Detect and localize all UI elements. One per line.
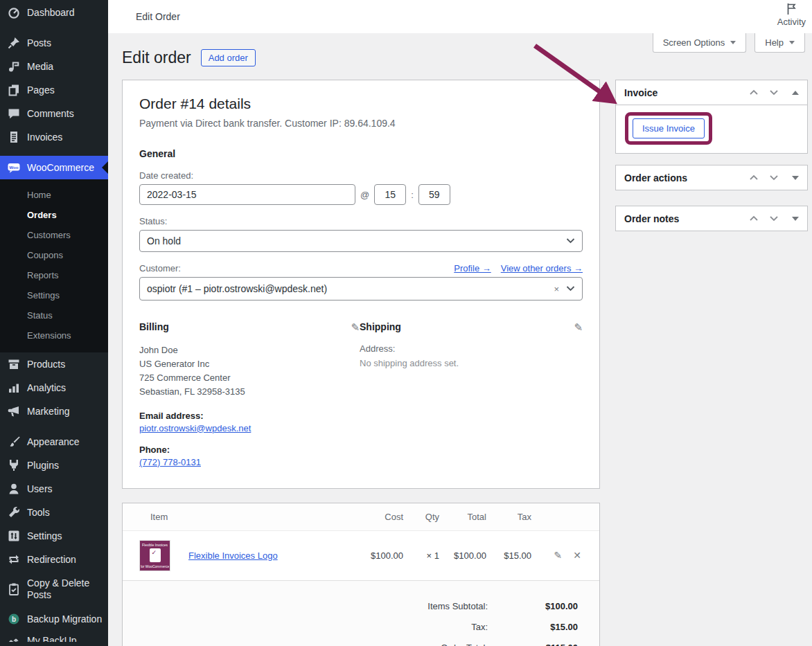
screen-options-tab[interactable]: Screen Options <box>653 33 747 53</box>
screen-meta-tabs: Screen Options Help <box>653 33 805 53</box>
invoice-postbox-body: Issue Invoice <box>616 105 807 153</box>
issue-invoice-button[interactable]: Issue Invoice <box>633 118 705 138</box>
add-order-button[interactable]: Add order <box>201 49 256 66</box>
activity-button[interactable]: Activity <box>777 2 806 27</box>
sidebar-item-users[interactable]: Users <box>0 477 108 501</box>
delete-item-icon[interactable]: ✕ <box>573 550 581 561</box>
order-items-panel: Item Cost Qty Total Tax Flexible Invoice… <box>122 503 600 646</box>
date-created-input[interactable] <box>139 184 355 205</box>
collapse-toggle-icon[interactable] <box>792 91 799 95</box>
media-icon <box>7 60 21 73</box>
product-thumbnail[interactable]: Flexible Invoices for WooCommerce <box>139 540 170 571</box>
submenu-item-coupons[interactable]: Coupons <box>0 245 108 265</box>
subtotal-label: Items Subtotal: <box>427 601 488 611</box>
billing-address1: 725 Commerce Center <box>139 371 360 385</box>
chevron-down-icon <box>730 41 736 44</box>
redirect-icon <box>7 553 21 566</box>
sidebar-item-appearance[interactable]: Appearance <box>0 430 108 454</box>
minute-input[interactable] <box>418 184 450 205</box>
status-label: Status: <box>139 216 583 226</box>
sidebar-item-dashboard[interactable]: Dashboard <box>0 0 108 24</box>
sidebar-item-products[interactable]: Products <box>0 352 108 376</box>
billing-phone-link[interactable]: (772) 778-0131 <box>139 457 201 467</box>
expand-toggle-icon[interactable] <box>792 217 799 221</box>
chevron-down-icon <box>566 238 575 244</box>
pages-icon <box>7 83 21 97</box>
sidebar-item-tools[interactable]: Tools <box>0 501 108 524</box>
woocommerce-submenu: Home Orders Customers Coupons Reports Se… <box>0 179 108 352</box>
item-name-link[interactable]: Flexible Invoices Logo <box>188 550 278 561</box>
order-total-value: $115.00 <box>488 643 578 646</box>
shipping-address-label: Address: <box>360 343 583 354</box>
submenu-item-home[interactable]: Home <box>0 185 108 205</box>
sidebar-item-backup-migration[interactable]: b Backup Migration <box>0 607 108 631</box>
customer-select[interactable]: ospiotr (#1 – piotr.ostrowski@wpdesk.net… <box>139 277 583 300</box>
sidebar-item-plugins[interactable]: Plugins <box>0 454 108 477</box>
expand-toggle-icon[interactable] <box>792 176 799 180</box>
move-up-icon[interactable] <box>749 174 759 181</box>
status-select[interactable]: On hold <box>139 230 583 252</box>
sidebar-item-marketing[interactable]: Marketing <box>0 400 108 423</box>
sidebar-item-settings[interactable]: Settings <box>0 524 108 548</box>
col-qty: Qty <box>403 512 439 522</box>
chevron-down-icon <box>566 286 575 291</box>
chevron-down-icon <box>789 41 795 44</box>
order-notes-header[interactable]: Order notes <box>616 206 807 231</box>
move-down-icon[interactable] <box>769 174 779 181</box>
sidebar-item-copy-delete-posts[interactable]: Copy & Delete Posts <box>0 571 108 607</box>
col-tax: Tax <box>486 512 531 522</box>
submenu-item-orders[interactable]: Orders <box>0 205 108 225</box>
order-actions-postbox: Order actions <box>615 165 808 190</box>
invoice-postbox: Invoice Issue Invoice <box>615 80 808 154</box>
plug-icon <box>7 458 21 472</box>
billing-name: John Doe <box>139 343 360 357</box>
sidebar-item-analytics[interactable]: Analytics <box>0 376 108 400</box>
order-details-panel: Order #14 details Payment via Direct ban… <box>122 80 600 489</box>
col-cost: Cost <box>341 512 403 522</box>
sidebar-item-invoices[interactable]: Invoices <box>0 125 108 149</box>
move-up-icon[interactable] <box>749 215 759 222</box>
order-subtitle: Payment via Direct bank transfer. Custom… <box>139 118 583 129</box>
item-cost: $100.00 <box>341 550 403 561</box>
content-area: Edit order Add order Order #14 details P… <box>108 33 812 646</box>
profile-link[interactable]: Profile → <box>454 263 491 273</box>
sidebar-item-media[interactable]: Media <box>0 55 108 78</box>
menu-separator <box>0 149 108 156</box>
billing-section: Billing ✎ John Doe US Generator Inc 725 … <box>139 321 360 467</box>
order-actions-header[interactable]: Order actions <box>616 165 807 190</box>
submenu-item-reports[interactable]: Reports <box>0 265 108 285</box>
items-table-header: Item Cost Qty Total Tax <box>123 503 599 531</box>
order-total-label: Order Total: <box>441 643 488 646</box>
move-down-icon[interactable] <box>769 89 779 96</box>
submenu-item-customers[interactable]: Customers <box>0 225 108 245</box>
edit-shipping-icon[interactable]: ✎ <box>574 322 583 332</box>
help-tab[interactable]: Help <box>754 33 805 53</box>
svg-text:Woo: Woo <box>9 165 19 170</box>
flag-icon <box>784 2 798 16</box>
submenu-item-settings[interactable]: Settings <box>0 285 108 305</box>
sidebar-item-comments[interactable]: Comments <box>0 102 108 125</box>
wrench-icon <box>7 505 21 519</box>
edit-billing-icon[interactable]: ✎ <box>351 322 360 332</box>
sidebar-item-clipped[interactable]: My BackUp <box>0 631 108 642</box>
sidebar-item-redirection[interactable]: Redirection <box>0 548 108 571</box>
hour-input[interactable] <box>374 184 406 205</box>
invoice-postbox-header[interactable]: Invoice <box>616 80 807 105</box>
sidebar-item-woocommerce[interactable]: Woo WooCommerce <box>0 156 108 179</box>
invoice-doc-icon <box>150 548 161 562</box>
move-up-icon[interactable] <box>749 89 759 96</box>
submenu-item-status[interactable]: Status <box>0 305 108 325</box>
submenu-item-extensions[interactable]: Extensions <box>0 325 108 346</box>
edit-item-icon[interactable]: ✎ <box>554 550 563 561</box>
clear-selection-icon[interactable]: × <box>554 284 559 294</box>
move-down-icon[interactable] <box>769 215 779 222</box>
tax-value: $15.00 <box>488 622 578 632</box>
sidebar-item-pages[interactable]: Pages <box>0 78 108 102</box>
no-shipping-text: No shipping address set. <box>360 358 583 368</box>
menu-separator <box>0 423 108 430</box>
brush-icon <box>7 435 21 449</box>
sidebar-item-posts[interactable]: Posts <box>0 31 108 55</box>
billing-email-link[interactable]: piotr.ostrowski@wpdesk.net <box>139 423 251 433</box>
view-other-orders-link[interactable]: View other orders → <box>501 263 583 273</box>
tax-label: Tax: <box>471 622 488 632</box>
